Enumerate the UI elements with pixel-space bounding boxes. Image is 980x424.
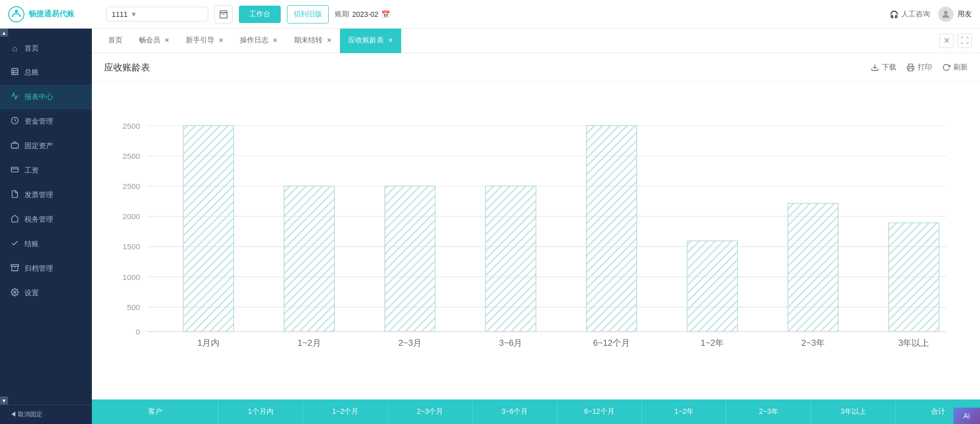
tab-close-member[interactable]: ✕	[164, 37, 169, 43]
print-icon	[906, 63, 915, 72]
download-button[interactable]: 下载	[871, 63, 896, 72]
archive-button[interactable]	[214, 5, 233, 23]
svg-rect-41	[889, 223, 939, 332]
user-name: 用友	[958, 10, 972, 19]
tab-close-oplog[interactable]: ✕	[273, 37, 278, 43]
sidebar-item-invoice[interactable]: 发票管理	[0, 183, 92, 207]
col-6-12month: 6~12个月	[557, 399, 642, 424]
ai-badge[interactable]: Ai	[953, 408, 980, 424]
sidebar-item-label: 归档管理	[24, 264, 53, 273]
main-layout: ▲ ⌂ 首页 总账	[0, 29, 980, 424]
svg-rect-37	[485, 186, 536, 332]
logo-icon	[8, 6, 24, 22]
tab-guide[interactable]: 新手引导 ✕	[178, 29, 232, 53]
tab-close-guide[interactable]: ✕	[218, 37, 224, 43]
tabs-bar: 首页 畅会员 ✕ 新手引导 ✕ 操作日志 ✕ 期末结转 ✕ 应收账龄表 ✕	[92, 29, 980, 53]
maximize-tab-button[interactable]: ⛶	[958, 34, 972, 48]
col-label: 合计	[931, 407, 945, 416]
sidebar-item-label: 工资	[24, 166, 39, 175]
tab-aging[interactable]: 应收账龄表 ✕	[340, 29, 401, 53]
svg-text:1500: 1500	[122, 242, 140, 251]
tab-label: 新手引导	[186, 36, 214, 45]
print-button[interactable]: 打印	[906, 63, 932, 72]
aging-chart: 2500 2500 2500 2000 1500 1000 500 0	[104, 92, 968, 389]
content-area: 首页 畅会员 ✕ 新手引导 ✕ 操作日志 ✕ 期末结转 ✕ 应收账龄表 ✕	[92, 29, 980, 424]
scroll-down-button[interactable]: ▼	[0, 396, 8, 405]
col-1-2month: 1~2个月	[303, 399, 388, 424]
svg-text:1000: 1000	[122, 273, 140, 281]
svg-text:500: 500	[127, 303, 140, 312]
download-label: 下载	[882, 63, 896, 72]
chevron-down-icon: ▾	[132, 9, 136, 19]
refresh-icon	[942, 63, 950, 72]
sidebar-item-funds[interactable]: 资金管理	[0, 109, 92, 134]
svg-text:1月内: 1月内	[198, 338, 219, 348]
home-icon: ⌂	[10, 44, 19, 53]
sidebar-item-settings[interactable]: 设置	[0, 281, 92, 305]
tab-close-aging[interactable]: ✕	[388, 37, 393, 43]
svg-rect-36	[385, 186, 435, 332]
svg-rect-12	[11, 265, 19, 266]
assets-icon	[10, 141, 19, 151]
ai-label: Ai	[964, 412, 970, 420]
svg-rect-39	[687, 241, 738, 332]
sidebar-item-archive[interactable]: 归档管理	[0, 256, 92, 281]
calendar-icon[interactable]: 📅	[381, 10, 390, 18]
sidebar-item-ledger[interactable]: 总账	[0, 60, 92, 85]
svg-rect-10	[11, 167, 18, 172]
sidebar-item-label: 结账	[24, 240, 39, 249]
svg-rect-38	[586, 126, 637, 332]
collapse-label: ◀ 取消固定	[10, 410, 42, 419]
svg-text:0: 0	[136, 327, 140, 336]
scroll-up-button[interactable]: ▲	[0, 29, 8, 37]
tab-home[interactable]: 首页	[100, 29, 131, 53]
tab-oplog[interactable]: 操作日志 ✕	[232, 29, 286, 53]
company-select[interactable]: 1111 ▾	[106, 7, 208, 21]
sidebar-item-label: 首页	[24, 44, 39, 53]
sidebar-item-reports[interactable]: 报表中心	[0, 85, 92, 109]
tab-close-period-end[interactable]: ✕	[327, 37, 332, 43]
sidebar-item-checkout[interactable]: 结账	[0, 232, 92, 256]
period-value: 2023-02	[352, 10, 378, 18]
switch-version-button[interactable]: 切到旧版	[287, 5, 329, 23]
page-content: 应收账龄表 下载	[92, 53, 980, 424]
svg-text:2000: 2000	[122, 212, 140, 221]
sidebar-item-label: 报表中心	[24, 92, 53, 102]
svg-text:2500: 2500	[122, 122, 140, 130]
consult-button[interactable]: 🎧 人工咨询	[890, 10, 930, 19]
app-header: 畅捷通易代账 1111 ▾ 工作台 切到旧版 账期 2023-02 📅 🎧 人工…	[0, 0, 980, 29]
logo-area: 畅捷通易代账	[8, 6, 100, 22]
col-label: 1个月内	[248, 407, 274, 416]
sidebar-item-label: 资金管理	[24, 117, 53, 126]
refresh-button[interactable]: 刷新	[942, 63, 968, 72]
page-header: 应收账龄表 下载	[92, 53, 980, 82]
reports-icon	[10, 92, 19, 102]
tax-icon	[10, 215, 19, 225]
sidebar-item-assets[interactable]: 固定资产	[0, 134, 92, 158]
tab-period-end[interactable]: 期末结转 ✕	[286, 29, 340, 53]
col-2-3month: 2~3个月	[388, 399, 473, 424]
col-label: 1~2个月	[332, 407, 359, 416]
sidebar-item-tax[interactable]: 税务管理	[0, 207, 92, 232]
user-area[interactable]: 用友	[938, 7, 972, 22]
ledger-icon	[10, 67, 19, 78]
sidebar-item-label: 税务管理	[24, 215, 53, 224]
invoice-icon	[10, 190, 19, 200]
sidebar: ▲ ⌂ 首页 总账	[0, 29, 92, 424]
workbench-button[interactable]: 工作台	[239, 6, 281, 23]
col-3-6month: 3~6个月	[473, 399, 557, 424]
close-tab-button[interactable]: ✕	[939, 34, 953, 48]
col-3year-plus: 3年以上	[811, 399, 896, 424]
tabs-right: ✕ ⛶	[939, 34, 972, 48]
tab-label: 期末结转	[294, 36, 323, 45]
salary-icon	[10, 166, 19, 176]
svg-text:3~6月: 3~6月	[499, 338, 523, 348]
sidebar-item-salary[interactable]: 工资	[0, 158, 92, 183]
svg-rect-34	[183, 126, 234, 332]
avatar	[938, 7, 953, 22]
sidebar-item-home[interactable]: ⌂ 首页	[0, 37, 92, 60]
tab-member[interactable]: 畅会员 ✕	[131, 29, 178, 53]
col-label: 客户	[148, 407, 162, 416]
col-2-3year: 2~3年	[726, 399, 811, 424]
sidebar-collapse-button[interactable]: ◀ 取消固定	[0, 405, 92, 424]
